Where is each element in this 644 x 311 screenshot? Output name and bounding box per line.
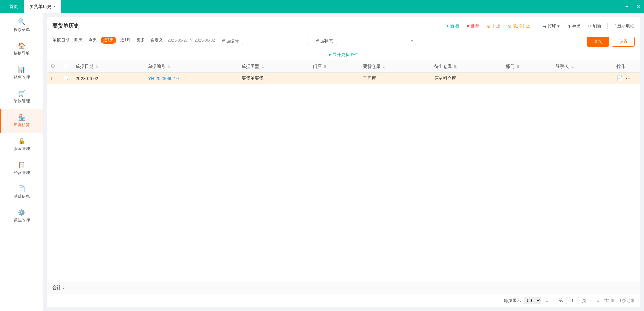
row-settings-cell: 1 — [47, 73, 60, 84]
date-more[interactable]: 更多 — [135, 37, 147, 44]
tab-requisition-history[interactable]: 要货单历史 × — [24, 0, 61, 13]
sort-doc-number-icon[interactable]: ⇅ — [167, 65, 170, 69]
col-department: 部门 ⇅ — [502, 60, 552, 73]
sort-dept-icon[interactable]: ⇅ — [517, 65, 519, 69]
display-detail-input[interactable] — [612, 24, 616, 28]
refresh-button[interactable]: ↺ 刷新 — [586, 21, 603, 30]
requisition-table: ⚙ 单据日期 ⇅ 单据编号 ⇅ — [47, 60, 640, 84]
column-settings-button[interactable]: ⚙ — [50, 63, 55, 70]
sidebar-item-basic-info[interactable]: 📄 基础信息 — [0, 180, 43, 204]
content-inner: 要货单历史 + 新增 ✖ 删除 ⊘ 中止 ⊘ 取消中止 — [47, 17, 640, 307]
row-checkbox[interactable] — [64, 76, 68, 80]
page-unit: 页 — [582, 298, 586, 304]
sidebar-item-purchase-mgmt[interactable]: 🛒 采购管理 — [0, 85, 43, 109]
maximize-icon[interactable]: □ — [631, 4, 634, 10]
col-pending-warehouse: 待出仓库 ⇅ — [431, 60, 502, 73]
stop-button[interactable]: ⊘ 中止 — [485, 21, 502, 30]
cancel-stop-icon: ⊘ — [508, 24, 512, 29]
row-doc-number: YH-20230602-0 — [145, 73, 238, 84]
doc-number-link[interactable]: YH-20230602-0 — [148, 76, 179, 81]
sort-req-warehouse-icon[interactable]: ⇅ — [382, 65, 385, 69]
doc-status-select[interactable]: ▾ — [336, 37, 416, 45]
sort-pending-warehouse-icon[interactable]: ⇅ — [454, 65, 457, 69]
date-range-display: 2023-05-27 至 2023-06-02 — [167, 38, 215, 43]
select-all-checkbox[interactable] — [64, 64, 68, 68]
table-row: 1 2023-06-02 YH-20230602-0 要货单要货 车间库 原材料… — [47, 73, 640, 84]
sidebar: 🔍 搜索菜单 🏠 快捷导航 📊 销售管理 🛒 采购管理 🏪 库存核算 🔒 资金管… — [0, 13, 43, 311]
main-layout: 🔍 搜索菜单 🏠 快捷导航 📊 销售管理 🛒 采购管理 🏪 库存核算 🔒 资金管… — [0, 13, 644, 311]
col-operation: 操作 — [613, 60, 640, 73]
date-yesterday[interactable]: 昨天 — [72, 37, 85, 44]
status-dropdown-icon: ▾ — [411, 38, 413, 43]
col-checkbox — [60, 60, 72, 73]
row-view-button[interactable]: 📄 — [616, 75, 623, 81]
last-page-button[interactable]: » — [596, 297, 601, 304]
close-window-icon[interactable]: × — [637, 4, 640, 10]
filter-bar: 单据日期 昨天 今天 近7天 近1月 更多 自定义 2023-05-27 至 2… — [47, 33, 640, 50]
display-detail-checkbox[interactable]: 显示明细 — [612, 23, 635, 29]
expand-more-button[interactable]: ▾ 展开更多条件 — [52, 52, 635, 58]
print-dropdown-icon: ▾ — [557, 24, 560, 29]
sort-doc-type-icon[interactable]: ⇅ — [261, 65, 264, 69]
sort-doc-date-icon[interactable]: ⇅ — [95, 65, 98, 69]
sidebar-item-search-menu[interactable]: 🔍 搜索菜单 — [0, 13, 43, 37]
date-today[interactable]: 今天 — [87, 37, 99, 44]
date-custom[interactable]: 自定义 — [149, 37, 165, 44]
row-store — [310, 73, 360, 84]
new-button[interactable]: + 新增 — [444, 21, 461, 30]
tab-home[interactable]: 首页 — [4, 0, 23, 13]
tab-close-icon[interactable]: × — [53, 4, 56, 9]
sort-handler-icon[interactable]: ⇅ — [571, 65, 574, 69]
prev-page-button[interactable]: ‹ — [552, 297, 556, 304]
window-controls: − □ × — [625, 4, 640, 10]
date-1month[interactable]: 近1月 — [118, 37, 133, 44]
page-info: 共1页，1条记录 — [604, 298, 635, 304]
sidebar-item-inventory[interactable]: 🏪 库存核算 — [0, 109, 43, 133]
purchase-icon: 🛒 — [18, 90, 25, 97]
query-button[interactable]: 查询 — [587, 37, 609, 47]
page-size-select[interactable]: 50 20 100 — [524, 297, 541, 304]
row-doc-type: 要货单要货 — [238, 73, 310, 84]
delete-button[interactable]: ✖ 删除 — [464, 21, 482, 30]
page-number-input[interactable] — [566, 297, 579, 304]
doc-number-input[interactable] — [242, 37, 309, 45]
quick-nav-icon: 🏠 — [18, 42, 25, 49]
doc-status-filter-group: 单据状态 ▾ — [316, 37, 416, 45]
row-doc-date: 2023-06-02 — [72, 73, 145, 84]
footer-total-label: 合计： — [52, 285, 65, 291]
system-icon: ⚙️ — [18, 209, 25, 216]
finance-icon: 🔒 — [18, 137, 25, 145]
export-button[interactable]: ⬆ 导出 — [565, 21, 583, 30]
table-footer: 合计： — [47, 282, 640, 294]
page-title: 要货单历史 — [52, 23, 79, 30]
print-icon: 🖨 — [542, 24, 547, 29]
cancel-stop-button[interactable]: ⊘ 取消中止 — [506, 21, 532, 30]
col-store: 门店 ⇅ — [310, 60, 360, 73]
inventory-icon: 🏪 — [18, 114, 25, 121]
sidebar-item-operations-mgmt[interactable]: 📋 经营管理 — [0, 157, 43, 180]
refresh-icon: ↺ — [588, 24, 592, 29]
next-page-button[interactable]: › — [589, 297, 593, 304]
sort-store-icon[interactable]: ⇅ — [324, 65, 326, 69]
sidebar-item-quick-nav[interactable]: 🏠 快捷导航 — [0, 37, 43, 61]
col-doc-number: 单据编号 ⇅ — [145, 60, 238, 73]
row-more-button[interactable]: ⋯ — [626, 75, 631, 81]
print-button[interactable]: 🖨 打印 ▾ — [540, 21, 562, 30]
col-doc-date: 单据日期 ⇅ — [72, 60, 145, 73]
sidebar-item-finance-mgmt[interactable]: 🔒 资金管理 — [0, 133, 43, 157]
filter-settings-button[interactable]: 设置 — [612, 37, 635, 47]
minimize-icon[interactable]: − — [625, 4, 628, 10]
pagination: 每页显示 50 20 100 « ‹ 第 页 › » 共1页，1条记录 — [47, 294, 640, 307]
first-page-button[interactable]: « — [544, 297, 549, 304]
doc-status-label: 单据状态 — [316, 38, 333, 44]
date-7days[interactable]: 近7天 — [101, 37, 116, 44]
sales-icon: 📊 — [18, 66, 25, 73]
operations-icon: 📋 — [18, 161, 25, 169]
table-wrapper: ⚙ 单据日期 ⇅ 单据编号 ⇅ — [47, 60, 640, 282]
col-settings: ⚙ — [47, 60, 60, 73]
table-header-row: ⚙ 单据日期 ⇅ 单据编号 ⇅ — [47, 60, 640, 73]
expand-icon: ▾ — [329, 52, 331, 57]
sidebar-item-sales-mgmt[interactable]: 📊 销售管理 — [0, 61, 43, 85]
sidebar-item-system-mgmt[interactable]: ⚙️ 系统管理 — [0, 204, 43, 228]
doc-number-label: 单据编号 — [222, 38, 239, 44]
